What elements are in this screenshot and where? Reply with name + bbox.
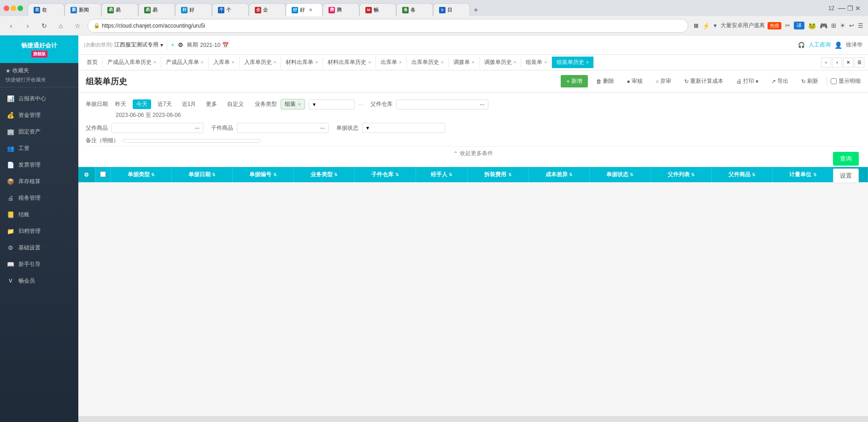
sidebar-item-settle[interactable]: 📒 结账 [0, 206, 78, 223]
business-type-remove[interactable]: × [298, 101, 301, 108]
bc-tab-5[interactable]: 材料出库单 × [281, 57, 323, 68]
parent-goods-more-dots[interactable]: ··· [195, 125, 199, 131]
th-bill-date[interactable]: 单据日期 ⇅ [171, 167, 232, 182]
sidebar-item-inventory[interactable]: 📦 库存核算 [0, 173, 78, 190]
sidebar-item-settings[interactable]: ⚙ 基础设置 [0, 239, 78, 256]
add-company-btn[interactable]: + [171, 42, 174, 48]
browser-tab-4[interactable]: 易 易 [138, 3, 175, 16]
calendar-icon[interactable]: 📅 [222, 42, 229, 48]
browser-minimize-btn[interactable]: — [838, 4, 845, 12]
bookmark-button[interactable]: ☆ [71, 19, 84, 32]
business-type-more-dots[interactable]: ··· [358, 101, 363, 108]
date-btn-yesterday[interactable]: 昨天 [111, 99, 130, 109]
date-btn-7days[interactable]: 近7天 [154, 99, 176, 109]
bc-tab-4[interactable]: 入库单历史 × [240, 57, 282, 68]
bc-tab-home[interactable]: 首页 [82, 57, 103, 68]
home-button[interactable]: ⌂ [54, 19, 67, 32]
bc-tab-5-close[interactable]: × [315, 60, 318, 65]
th-bill-status[interactable]: 单据状态 ⇅ [590, 167, 651, 182]
lightning-icon[interactable]: ⚡ [702, 22, 710, 29]
th-check[interactable] [95, 167, 111, 182]
browser-restore-btn[interactable]: ❐ [847, 5, 853, 12]
child-goods-input[interactable]: ··· [237, 123, 329, 133]
consultant-label[interactable]: 人工咨询 [809, 41, 831, 49]
undo-icon[interactable]: ↩ [849, 22, 854, 29]
parent-warehouse-more[interactable]: ··· [480, 101, 484, 108]
user-name[interactable]: 徐泽华 [846, 41, 862, 49]
date-btn-today[interactable]: 今天 [133, 99, 151, 109]
browser-tab-6[interactable]: 个 个 [212, 3, 249, 16]
th-unit[interactable]: 计量单位 ⇅ [773, 167, 833, 182]
browser-tab-8[interactable]: 好 好 ✕ [286, 3, 323, 16]
abandon-button[interactable]: ○ 弃审 [651, 75, 676, 87]
bc-tab-11[interactable]: 组装单 × [521, 57, 552, 68]
translate-icon[interactable]: 译 [794, 22, 804, 29]
sidebar-item-assets[interactable]: 🏢 固定资产 [0, 123, 78, 140]
browser-tab-1[interactable]: 在 在 [28, 3, 65, 16]
sidebar-item-payroll[interactable]: 👥 工资 [0, 140, 78, 156]
company-selector[interactable]: (勿删勿禁用) 江西服宝测试专用 ▾ [84, 41, 163, 49]
bc-tab-9[interactable]: 调拨单 × [449, 57, 480, 68]
bc-more-btn[interactable]: ☰ [854, 58, 864, 68]
th-cost-diff[interactable]: 成本差异 ⇅ [528, 167, 589, 182]
address-bar[interactable]: 🔒 https://cloud.chanjet.com/accounting/u… [88, 19, 688, 33]
bc-tab-2-close[interactable]: × [201, 60, 204, 65]
browser-tab-9[interactable]: 腾 腾 [323, 3, 359, 16]
th-parent-list[interactable]: 父件列表 ⇅ [651, 167, 711, 182]
bc-tab-8-close[interactable]: × [441, 60, 444, 65]
export-button[interactable]: ↗ 导出 [767, 75, 793, 87]
table-container[interactable]: ⚙ 单据类型 ⇅ 单据日期 ⇅ 单据编号 [78, 167, 868, 416]
date-btn-1month[interactable]: 近1月 [178, 99, 200, 109]
settings-gear-icon[interactable]: ⚙ [178, 41, 183, 48]
game-icon[interactable]: 🎮 [820, 22, 827, 29]
th-child-warehouse[interactable]: 子件仓库 ⇅ [355, 167, 416, 182]
bc-tab-7[interactable]: 出库单 × [376, 57, 407, 68]
menu-icon[interactable]: ☰ [858, 22, 863, 29]
browser-tab-5[interactable]: 好 好 [175, 3, 212, 16]
bc-tab-11-close[interactable]: × [544, 60, 547, 65]
child-goods-more-dots[interactable]: ··· [320, 125, 325, 131]
brightness-icon[interactable]: ☀ [840, 22, 845, 29]
bc-tab-10-close[interactable]: × [514, 60, 516, 65]
bc-tab-6[interactable]: 材料出库单历史 × [323, 57, 376, 68]
maximize-window-btn[interactable] [18, 6, 23, 11]
browser-tab-12[interactable]: S 目 [433, 3, 470, 16]
browser-tab-10[interactable]: M 畅 [359, 3, 396, 16]
sidebar-item-tax[interactable]: 🖨 税务管理 [0, 190, 78, 206]
bc-tab-3[interactable]: 入库单 × [209, 57, 240, 68]
th-bill-no[interactable]: 单据编号 ⇅ [233, 167, 293, 182]
apps-icon[interactable]: ⊞ [831, 22, 836, 29]
dropdown-arrow[interactable]: ▾ [714, 22, 717, 29]
sidebar-item-funds[interactable]: 💰 资金管理 [0, 107, 78, 123]
bc-tab-6-close[interactable]: × [368, 60, 371, 65]
minimize-window-btn[interactable] [11, 6, 16, 11]
th-disassembly-cost[interactable]: 拆装费用 ⇅ [468, 167, 528, 182]
th-parent-goods[interactable]: 父件商品 ⇅ [711, 167, 772, 182]
bc-next-btn[interactable]: › [832, 58, 842, 68]
bc-tab-12[interactable]: 组装单历史 × [552, 57, 594, 68]
scissors-icon[interactable]: ✂ [785, 22, 790, 29]
business-type-dropdown[interactable]: ▾ [309, 99, 355, 110]
th-bill-type[interactable]: 单据类型 ⇅ [111, 167, 171, 182]
horizontal-scrollbar[interactable] [78, 416, 868, 422]
bc-tab-10[interactable]: 调拨单历史 × [480, 57, 522, 68]
th-business-type[interactable]: 业务类型 ⇅ [293, 167, 354, 182]
bc-close-all-btn[interactable]: ✕ [843, 58, 853, 68]
new-tab-button[interactable]: + [470, 4, 482, 16]
filter-settings-button[interactable]: 设置 [833, 168, 859, 183]
bc-tab-1-close[interactable]: × [153, 60, 156, 65]
sidebar-item-reports[interactable]: 📊 云报表中心 [0, 90, 78, 107]
close-window-btn[interactable] [4, 6, 9, 11]
parent-goods-input[interactable]: ··· [111, 123, 204, 133]
tab-close-8[interactable]: ✕ [309, 7, 312, 12]
forward-button[interactable]: › [21, 19, 34, 32]
select-all-checkbox[interactable] [100, 171, 106, 177]
bill-status-dropdown[interactable]: ▾ [362, 123, 445, 133]
tab-count-badge[interactable]: 12 [828, 5, 834, 12]
date-btn-custom[interactable]: 自定义 [223, 99, 247, 109]
th-handler[interactable]: 经手人 ⇅ [416, 167, 468, 182]
bc-tab-7-close[interactable]: × [399, 60, 402, 65]
bc-tab-12-close[interactable]: × [586, 60, 589, 65]
show-detail-toggle[interactable]: 显示明细 [831, 77, 861, 85]
sidebar-item-archive[interactable]: 📁 归档管理 [0, 223, 78, 239]
